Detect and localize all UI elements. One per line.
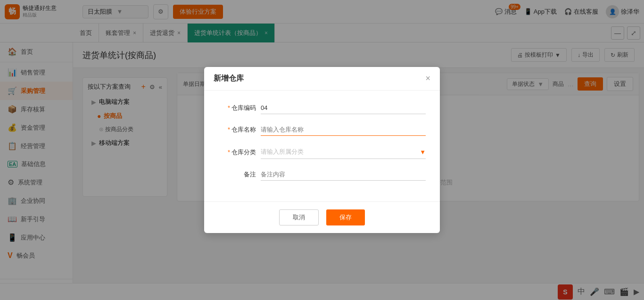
- save-button[interactable]: 保存: [326, 209, 365, 225]
- modal-title: 新增仓库: [214, 74, 244, 83]
- modal-body: 仓库编码 仓库名称 仓库分类 请输入所属分类 ▼ 备注: [204, 91, 440, 201]
- name-label: 仓库名称: [218, 125, 256, 134]
- note-input[interactable]: [261, 168, 426, 181]
- name-input[interactable]: [261, 124, 426, 136]
- category-selector[interactable]: 请输入所属分类 ▼: [261, 145, 426, 159]
- code-field-row: 仓库编码: [218, 102, 426, 114]
- name-field-row: 仓库名称: [218, 124, 426, 136]
- category-field-row: 仓库分类 请输入所属分类 ▼: [218, 145, 426, 159]
- category-placeholder: 请输入所属分类: [261, 148, 304, 156]
- note-field-row: 备注: [218, 168, 426, 181]
- cancel-button[interactable]: 取消: [279, 209, 319, 225]
- modal-overlay: 新增仓库 × 仓库编码 仓库名称 仓库分类 请输入所属分类 ▼: [0, 0, 644, 300]
- category-label: 仓库分类: [218, 148, 256, 157]
- modal-close-button[interactable]: ×: [425, 74, 430, 83]
- code-input[interactable]: [261, 102, 426, 114]
- category-dropdown-icon: ▼: [420, 149, 426, 156]
- note-label: 备注: [218, 170, 256, 179]
- code-label: 仓库编码: [218, 104, 256, 112]
- modal-footer: 取消 保存: [204, 201, 440, 233]
- add-warehouse-modal: 新增仓库 × 仓库编码 仓库名称 仓库分类 请输入所属分类 ▼: [204, 67, 440, 233]
- modal-header: 新增仓库 ×: [204, 67, 440, 91]
